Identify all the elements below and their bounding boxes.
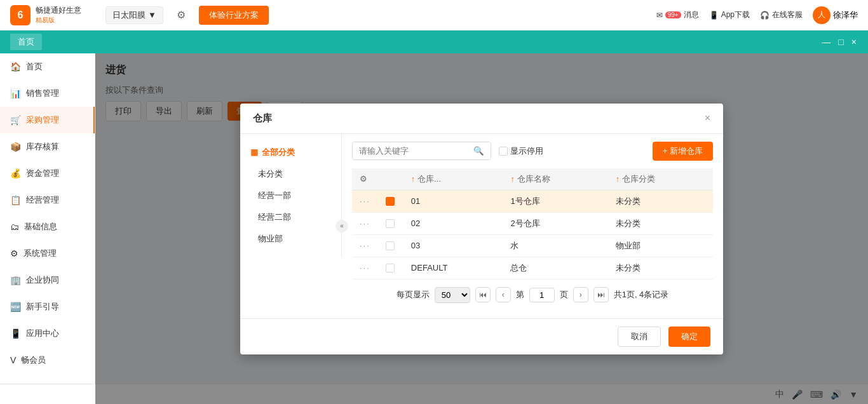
row-name: 总仓 bbox=[503, 257, 607, 279]
search-input[interactable] bbox=[353, 142, 467, 159]
phone-icon: 📱 bbox=[709, 11, 719, 20]
more-actions-icon[interactable]: ··· bbox=[360, 263, 370, 273]
page-size-select[interactable]: 50 10 20 100 bbox=[435, 287, 470, 303]
modal-overlay: 仓库 × ▦ 全部分类 未分类 经营一部 经营 bbox=[95, 53, 868, 404]
row-checkbox[interactable] bbox=[386, 219, 395, 228]
next-page-button[interactable]: › bbox=[573, 287, 588, 302]
maximize-icon[interactable]: □ bbox=[837, 36, 844, 48]
row-check-cell bbox=[378, 212, 403, 234]
category-item-ops2[interactable]: 经营二部 bbox=[240, 206, 341, 228]
grid-icon: ▦ bbox=[250, 147, 258, 157]
sidebar-item-finance[interactable]: 💰 资金管理 bbox=[0, 160, 95, 187]
sidebar-item-guide[interactable]: 🆕 新手引导 bbox=[0, 293, 95, 320]
col-code: ↑ 仓库... bbox=[403, 168, 503, 191]
sidebar-item-basic[interactable]: 🗂 基础信息 bbox=[0, 213, 95, 240]
show-disabled-checkbox[interactable] bbox=[499, 147, 508, 156]
sidebar-item-purchase[interactable]: 🛒 采购管理 bbox=[0, 107, 95, 133]
modal-close-button[interactable]: × bbox=[705, 112, 710, 124]
cancel-button[interactable]: 取消 bbox=[618, 327, 661, 347]
logo-area: 6 畅捷通好生意 精易版 bbox=[10, 5, 105, 25]
modal-header: 仓库 × bbox=[240, 104, 723, 134]
sales-icon: 📊 bbox=[10, 88, 21, 98]
row-checkbox[interactable] bbox=[386, 264, 395, 273]
message-button[interactable]: ✉ 99+ 消息 bbox=[656, 10, 699, 20]
table-row[interactable]: ··· 03 水 物业部 bbox=[352, 234, 713, 257]
trial-button[interactable]: 体验行业方案 bbox=[199, 6, 269, 25]
headphone-icon: 🎧 bbox=[760, 11, 770, 20]
col-category: ↑ 仓库分类 bbox=[608, 168, 713, 191]
category-item-property[interactable]: 物业部 bbox=[240, 228, 341, 250]
tab-home[interactable]: 首页 bbox=[10, 34, 42, 50]
category-panel: ▦ 全部分类 未分类 经营一部 经营二部 物业部 bbox=[240, 134, 342, 257]
sort-icon: ↑ bbox=[411, 174, 416, 184]
top-header: 6 畅捷通好生意 精易版 日太阳膜 ▼ ⚙ 体验行业方案 ✉ 99+ 消息 📱 … bbox=[0, 0, 868, 30]
company-selector[interactable]: 日太阳膜 ▼ bbox=[105, 6, 163, 24]
user-info[interactable]: 人 徐泽华 bbox=[813, 6, 858, 24]
show-disabled-label[interactable]: 显示停用 bbox=[499, 145, 543, 157]
sidebar-item-enterprise[interactable]: 🏢 企业协同 bbox=[0, 267, 95, 293]
sidebar-item-operations[interactable]: 📋 经营管理 bbox=[0, 187, 95, 213]
guide-icon: 🆕 bbox=[10, 302, 21, 312]
avatar: 人 bbox=[813, 6, 831, 24]
sidebar-item-sales[interactable]: 📊 销售管理 bbox=[0, 80, 95, 107]
row-actions[interactable]: ··· bbox=[352, 190, 378, 212]
page-input[interactable] bbox=[529, 288, 555, 302]
vip-icon: V bbox=[10, 355, 16, 365]
warehouse-modal: 仓库 × ▦ 全部分类 未分类 经营一部 经营 bbox=[240, 104, 723, 354]
chevron-down-icon: ▼ bbox=[148, 10, 156, 20]
category-all[interactable]: ▦ 全部分类 bbox=[240, 142, 341, 163]
row-checkbox[interactable] bbox=[386, 197, 395, 206]
col-check bbox=[378, 168, 403, 191]
confirm-button[interactable]: 确定 bbox=[668, 327, 710, 347]
sidebar-item-inventory[interactable]: 📦 库存核算 bbox=[0, 133, 95, 160]
sub-header-controls: — □ × bbox=[820, 36, 858, 48]
header-right: ✉ 99+ 消息 📱 App下载 🎧 在线客服 人 徐泽华 bbox=[656, 6, 858, 24]
category-item-unclassified[interactable]: 未分类 bbox=[240, 163, 341, 185]
search-box: 🔍 bbox=[352, 142, 491, 160]
row-actions[interactable]: ··· bbox=[352, 212, 378, 234]
table-wrap: ⚙ ↑ 仓库... ↑ 仓库名称 bbox=[352, 168, 713, 279]
more-actions-icon[interactable]: ··· bbox=[360, 196, 370, 206]
more-actions-icon[interactable]: ··· bbox=[360, 241, 370, 250]
row-category: 未分类 bbox=[608, 257, 713, 279]
appcenter-icon: 📱 bbox=[10, 328, 21, 339]
last-page-button[interactable]: ⏭ bbox=[593, 287, 609, 302]
sidebar-item-appcenter[interactable]: 📱 应用中心 bbox=[0, 320, 95, 347]
pagination: 每页显示 50 10 20 100 ⏮ ‹ 第 页 bbox=[352, 279, 713, 311]
add-warehouse-button[interactable]: + 新增仓库 bbox=[653, 142, 713, 161]
warehouse-table: ⚙ ↑ 仓库... ↑ 仓库名称 bbox=[352, 168, 713, 279]
modal-footer: 取消 确定 bbox=[240, 318, 723, 354]
row-actions[interactable]: ··· bbox=[352, 257, 378, 279]
sort-cat-icon: ↑ bbox=[616, 174, 620, 184]
collapse-panel-button[interactable]: « bbox=[336, 220, 348, 232]
row-category: 未分类 bbox=[608, 212, 713, 234]
table-row[interactable]: ··· 01 1号仓库 未分类 bbox=[352, 190, 713, 212]
table-row[interactable]: ··· DEFAULT 总仓 未分类 bbox=[352, 257, 713, 279]
sidebar-item-system[interactable]: ⚙ 系统管理 bbox=[0, 240, 95, 267]
enterprise-icon: 🏢 bbox=[10, 275, 21, 285]
modal-body: ▦ 全部分类 未分类 经营一部 经营二部 物业部 « bbox=[240, 134, 723, 318]
header-middle: 日太阳膜 ▼ ⚙ 体验行业方案 bbox=[105, 5, 656, 25]
row-check-cell bbox=[378, 190, 403, 212]
search-button[interactable]: 🔍 bbox=[467, 142, 491, 159]
logo-text: 畅捷通好生意 精易版 bbox=[36, 6, 81, 24]
row-checkbox[interactable] bbox=[386, 241, 395, 250]
first-page-button[interactable]: ⏮ bbox=[475, 287, 491, 302]
home-icon: 🏠 bbox=[10, 62, 21, 72]
sidebar-item-home[interactable]: 🏠 首页 bbox=[0, 53, 95, 80]
prev-page-button[interactable]: ‹ bbox=[496, 287, 511, 302]
row-actions[interactable]: ··· bbox=[352, 234, 378, 257]
basic-icon: 🗂 bbox=[10, 222, 19, 232]
online-service-button[interactable]: 🎧 在线客服 bbox=[760, 10, 803, 20]
app-download-button[interactable]: 📱 App下载 bbox=[709, 10, 750, 20]
close-icon[interactable]: × bbox=[850, 36, 858, 48]
row-check-cell bbox=[378, 234, 403, 257]
row-code: 01 bbox=[403, 190, 503, 212]
settings-button[interactable]: ⚙ bbox=[171, 5, 191, 25]
minimize-icon[interactable]: — bbox=[820, 36, 832, 48]
more-actions-icon[interactable]: ··· bbox=[360, 219, 370, 228]
table-toolbar: 🔍 显示停用 + 新增仓库 bbox=[352, 142, 713, 161]
category-item-ops1[interactable]: 经营一部 bbox=[240, 185, 341, 206]
sidebar-item-vip[interactable]: V 畅会员 bbox=[0, 347, 95, 374]
table-row[interactable]: ··· 02 2号仓库 未分类 bbox=[352, 212, 713, 234]
